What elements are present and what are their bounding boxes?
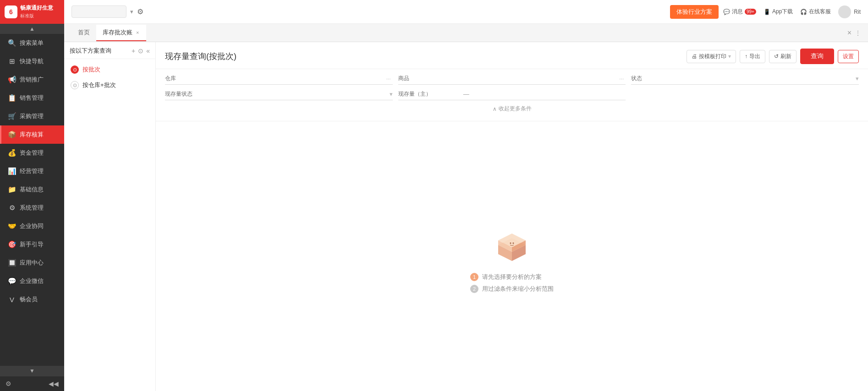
- empty-illustration: [489, 220, 535, 266]
- grid-icon: ⊞: [8, 57, 16, 65]
- right-content: 现存量查询(按批次) 🖨 按模板打印 ▾ ↑ 导出 ↺ 刷新: [156, 42, 868, 391]
- query-btn[interactable]: 查询: [800, 49, 834, 64]
- sidebar-item-search[interactable]: 🔍 搜索菜单: [0, 34, 64, 52]
- empty-hints: 1 请先选择要分析的方案 2 用过滤条件来缩小分析范围: [470, 273, 554, 293]
- tab-inventory-batch[interactable]: 库存批次账 ×: [96, 25, 146, 41]
- sidebar-item-member[interactable]: V 畅会员: [0, 290, 64, 309]
- collab-icon: 🤝: [8, 222, 16, 230]
- sidebar-item-ops[interactable]: 📊 经营管理: [0, 162, 64, 180]
- filter-inventory-status: 现存量状态 ▾: [165, 90, 393, 100]
- empty-state: 1 请先选择要分析的方案 2 用过滤条件来缩小分析范围: [470, 220, 554, 293]
- sidebar-item-label-system: 系统管理: [20, 204, 44, 212]
- finance-icon: 💰: [8, 149, 16, 157]
- plan-list: ⊙ 按批次 ⊙ 按仓库+批次: [64, 59, 155, 391]
- sidebar-settings-icon[interactable]: ⚙: [5, 380, 11, 387]
- main-area: ▾ ⚙ 体验行业方案 💬 消息 99+ 📱 App下载 🎧 在线客服 Rit: [64, 0, 868, 391]
- print-dropdown-icon[interactable]: ▾: [728, 53, 731, 60]
- user-profile-btn[interactable]: Rit: [838, 5, 861, 18]
- filter-area: 仓库 ··· 商品 ··· 状态 ▾: [156, 69, 868, 121]
- sidebar-item-sales[interactable]: 📋 销售管理: [0, 89, 64, 107]
- refresh-icon: ↺: [774, 53, 779, 60]
- topbar-search-placeholder: [77, 8, 82, 16]
- sidebar-item-inventory[interactable]: 📦 库存核算: [0, 125, 64, 144]
- messages-btn[interactable]: 💬 消息 99+: [723, 8, 756, 16]
- svg-point-7: [510, 242, 511, 244]
- tab-expand-icon[interactable]: ⋮: [855, 30, 861, 36]
- sidebar-item-guide[interactable]: 🎯 新手引导: [0, 235, 64, 254]
- status-dropdown[interactable]: ▾: [645, 75, 859, 82]
- left-panel-icons: + ⊙ «: [132, 47, 150, 54]
- topbar-dropdown-icon[interactable]: ▾: [130, 8, 133, 15]
- ops-icon: 📊: [8, 167, 16, 175]
- sidebar-item-basic[interactable]: 📁 基础信息: [0, 180, 64, 199]
- left-panel: 按以下方案查询 + ⊙ « ⊙ 按批次 ⊙ 按仓库+批次: [64, 42, 156, 391]
- filter-warehouse: 仓库 ···: [165, 75, 393, 85]
- goods-label: 商品: [398, 75, 409, 82]
- user-avatar: [838, 5, 851, 18]
- status-label: 状态: [631, 75, 642, 82]
- add-plan-icon[interactable]: +: [132, 47, 135, 54]
- sidebar-item-label-sales: 销售管理: [20, 94, 44, 102]
- goods-more-btn[interactable]: ···: [617, 76, 626, 82]
- plan-item-warehouse-batch[interactable]: ⊙ 按仓库+批次: [64, 77, 155, 93]
- refresh-btn[interactable]: ↺ 刷新: [769, 50, 797, 63]
- print-btn[interactable]: 🖨 按模板打印 ▾: [687, 50, 736, 63]
- left-panel-title: 按以下方案查询: [70, 47, 111, 55]
- table-area: 1 请先选择要分析的方案 2 用过滤条件来缩小分析范围: [156, 121, 868, 391]
- headset-icon: 🎧: [800, 9, 807, 15]
- inventory-icon: 📦: [8, 130, 16, 139]
- qty-range: —: [434, 91, 626, 98]
- sidebar-header: 6 畅康通好生意 标准版: [0, 0, 64, 24]
- hint-text-1: 请先选择要分析的方案: [482, 273, 542, 281]
- sidebar-item-label-ops: 经营管理: [20, 167, 44, 175]
- topbar-settings-icon[interactable]: ⚙: [137, 7, 143, 16]
- system-icon: ⚙: [8, 204, 16, 212]
- app-download-btn[interactable]: 📱 App下载: [764, 8, 793, 16]
- warehouse-more-btn[interactable]: ···: [385, 76, 393, 82]
- status-dropdown-icon: ▾: [856, 75, 859, 82]
- content-area: 按以下方案查询 + ⊙ « ⊙ 按批次 ⊙ 按仓库+批次: [64, 42, 868, 391]
- sidebar-collapse-icon[interactable]: ◀◀: [49, 380, 59, 387]
- empty-hint-2: 2 用过滤条件来缩小分析范围: [470, 285, 554, 293]
- filter-status: 状态 ▾: [631, 75, 859, 85]
- tab-panel-close-btn[interactable]: ×: [846, 27, 853, 39]
- sidebar-scroll-down[interactable]: ▼: [0, 366, 64, 376]
- tab-home[interactable]: 首页: [71, 25, 96, 41]
- sidebar-item-marketing[interactable]: 📢 营销推广: [0, 71, 64, 89]
- collapse-bar[interactable]: ∧ 收起更多条件: [165, 102, 859, 115]
- sidebar-item-wechat[interactable]: 💬 企业微信: [0, 272, 64, 290]
- inventory-status-dropdown-icon: ▾: [390, 91, 393, 98]
- collapse-panel-icon[interactable]: «: [146, 47, 150, 54]
- inventory-status-dropdown[interactable]: ▾: [195, 91, 393, 98]
- warehouse-label: 仓库: [165, 75, 176, 82]
- app-info: 畅康通好生意 标准版: [20, 5, 53, 19]
- phone-icon: 📱: [764, 9, 770, 15]
- search-icon: 🔍: [8, 39, 16, 47]
- qty-max-input[interactable]: [471, 91, 499, 98]
- basic-icon: 📁: [8, 185, 16, 194]
- topbar-search-box[interactable]: [71, 5, 126, 18]
- sidebar-item-label-quick-nav: 快捷导航: [20, 57, 44, 65]
- plan-settings-icon[interactable]: ⊙: [138, 47, 143, 54]
- qty-min-input[interactable]: [434, 91, 461, 98]
- sidebar-item-system[interactable]: ⚙ 系统管理: [0, 199, 64, 217]
- sidebar-item-purchase[interactable]: 🛒 采购管理: [0, 107, 64, 125]
- sidebar-scroll-up[interactable]: ▲: [0, 24, 64, 34]
- sidebar-item-label-marketing: 营销推广: [20, 76, 44, 84]
- plan-item-batch[interactable]: ⊙ 按批次: [64, 62, 155, 77]
- sidebar: 6 畅康通好生意 标准版 ▲ 🔍 搜索菜单 ⊞ 快捷导航 📢 营销推广 📋 销售…: [0, 0, 64, 391]
- sidebar-item-label-search: 搜索菜单: [20, 39, 44, 47]
- trial-btn[interactable]: 体验行业方案: [670, 5, 719, 19]
- tab-inventory-batch-close[interactable]: ×: [135, 30, 140, 35]
- message-icon: 💬: [723, 9, 730, 15]
- sidebar-item-finance[interactable]: 💰 资金管理: [0, 144, 64, 162]
- hint-num-1: 1: [470, 273, 478, 281]
- collapse-icon: ∧: [493, 106, 497, 112]
- export-btn[interactable]: ↑ 导出: [740, 50, 765, 63]
- sidebar-item-apps[interactable]: 🔲 应用中心: [0, 254, 64, 272]
- sidebar-item-collab[interactable]: 🤝 企业协同: [0, 217, 64, 235]
- online-service-btn[interactable]: 🎧 在线客服: [800, 8, 831, 16]
- settings-btn[interactable]: 设置: [838, 50, 859, 63]
- sidebar-item-quick-nav[interactable]: ⊞ 快捷导航: [0, 52, 64, 71]
- print-icon: 🖨: [692, 53, 697, 60]
